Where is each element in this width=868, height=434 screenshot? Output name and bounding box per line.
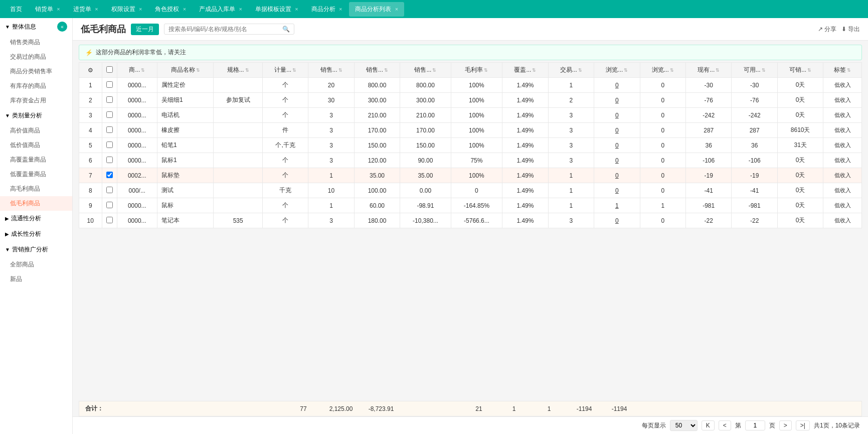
browse-link[interactable]: 0 <box>615 172 619 179</box>
sidebar-item-low-inventory[interactable]: 低覆盖量商品 <box>0 167 72 182</box>
row-browse1[interactable]: 0 <box>594 123 640 138</box>
sidebar-collapse-button[interactable]: « <box>57 22 67 32</box>
nav-item-templates[interactable]: 单据模板设置 × <box>249 2 304 17</box>
row-checkbox[interactable] <box>106 141 113 148</box>
browse-link[interactable]: 0 <box>615 187 619 194</box>
close-icon[interactable]: × <box>57 6 60 12</box>
name-header[interactable]: 商品名称⇅ <box>157 63 214 78</box>
row-checkbox[interactable] <box>106 111 113 118</box>
sidebar-item-goods-sales-rate[interactable]: 商品分类销售率 <box>0 64 72 79</box>
sidebar-item-new-goods[interactable]: 新品 <box>0 272 72 286</box>
row-browse1[interactable]: 0 <box>594 93 640 108</box>
select-all-checkbox[interactable] <box>106 66 113 73</box>
browse-link[interactable]: 0 <box>615 127 619 134</box>
row-checkbox[interactable] <box>106 187 113 193</box>
row-checkbox[interactable] <box>106 172 113 178</box>
browse-link[interactable]: 1 <box>615 202 619 209</box>
close-icon[interactable]: × <box>295 6 298 12</box>
sidebar-section-header-overall[interactable]: ▼ 整体信息 « <box>0 18 72 35</box>
browse2-header[interactable]: 浏览...⇅ <box>640 63 685 78</box>
sidebar-item-high-value[interactable]: 高价值商品 <box>0 123 72 138</box>
browse-link[interactable]: 0 <box>615 112 619 119</box>
saleable-header[interactable]: 可销...⇅ <box>777 63 823 78</box>
nav-item-sales[interactable]: 销货单 × <box>29 2 66 17</box>
search-input[interactable] <box>168 26 279 33</box>
row-checkbox-cell[interactable] <box>102 123 117 138</box>
nav-item-products[interactable]: 产成品入库单 × <box>193 2 248 17</box>
nav-item-roles[interactable]: 角色授权 × <box>149 2 192 17</box>
browse-link[interactable]: 0 <box>615 82 619 89</box>
row-checkbox[interactable] <box>106 96 113 103</box>
row-browse1[interactable]: 0 <box>594 153 640 168</box>
row-checkbox-cell[interactable] <box>102 153 117 168</box>
sidebar-item-sales-goods[interactable]: 销售类商品 <box>0 35 72 50</box>
sidebar-item-traded-goods[interactable]: 交易过的商品 <box>0 50 72 64</box>
unit-header[interactable]: 计量...⇅ <box>262 63 308 78</box>
spec-header[interactable]: 规格...⇅ <box>214 63 262 78</box>
close-icon[interactable]: × <box>95 6 98 12</box>
row-checkbox[interactable] <box>106 217 113 223</box>
sidebar-item-capital-occupied[interactable]: 库存资金占用 <box>0 93 72 108</box>
row-browse1[interactable]: 1 <box>594 198 640 213</box>
next-page-button[interactable]: > <box>779 420 792 430</box>
sidebar-section-header-flow[interactable]: ▶ 流通性分析 <box>0 211 72 226</box>
sidebar-item-in-stock[interactable]: 有库存的商品 <box>0 79 72 93</box>
nav-item-goods-analysis[interactable]: 商品分析 × <box>305 2 349 17</box>
code-header[interactable]: 商...⇅ <box>117 63 157 78</box>
sidebar-item-low-margin[interactable]: 低毛利商品 <box>0 196 72 211</box>
sidebar-section-header-quantity[interactable]: ▼ 类别量分析 <box>0 108 72 123</box>
row-browse1[interactable]: 0 <box>594 78 640 93</box>
row-checkbox-cell[interactable] <box>102 108 117 123</box>
page-number-input[interactable] <box>745 420 765 430</box>
nav-item-goods-list[interactable]: 商品分析列表 × <box>349 2 404 17</box>
sales-price-header[interactable]: 销售...⇅ <box>354 63 400 78</box>
sidebar-item-high-margin[interactable]: 高毛利商品 <box>0 182 72 196</box>
row-checkbox-cell[interactable] <box>102 213 117 228</box>
nav-item-permissions[interactable]: 权限设置 × <box>105 2 148 17</box>
row-checkbox-cell[interactable] <box>102 168 117 183</box>
nav-item-home[interactable]: 首页 <box>4 2 28 17</box>
date-filter-button[interactable]: 近一月 <box>131 24 159 35</box>
close-icon[interactable]: × <box>239 6 242 12</box>
settings-header[interactable]: ⚙ <box>79 63 102 78</box>
coverage-header[interactable]: 覆盖...⇅ <box>502 63 548 78</box>
row-checkbox[interactable] <box>106 81 113 88</box>
sidebar-item-high-inventory[interactable]: 高覆盖量商品 <box>0 153 72 167</box>
browse-link[interactable]: 0 <box>615 217 619 224</box>
row-checkbox[interactable] <box>106 157 113 163</box>
row-checkbox-cell[interactable] <box>102 138 117 153</box>
sidebar-section-header-marketing[interactable]: ▼ 营销推广分析 <box>0 242 72 257</box>
prev-page-button[interactable]: < <box>719 420 731 430</box>
nav-item-purchase[interactable]: 进货单 × <box>67 2 104 17</box>
close-icon[interactable]: × <box>395 6 398 12</box>
margin-rate-header[interactable]: 毛利率⇅ <box>451 63 502 78</box>
row-browse1[interactable]: 0 <box>594 138 640 153</box>
row-checkbox[interactable] <box>106 202 113 208</box>
browse1-header[interactable]: 浏览...⇅ <box>594 63 640 78</box>
row-checkbox-cell[interactable] <box>102 93 117 108</box>
row-browse1[interactable]: 0 <box>594 183 640 198</box>
sales-amount-header[interactable]: 销售...⇅ <box>400 63 451 78</box>
search-icon[interactable]: 🔍 <box>282 26 290 33</box>
close-icon[interactable]: × <box>139 6 142 12</box>
current-stock-header[interactable]: 现有...⇅ <box>686 63 732 78</box>
sidebar-item-low-value[interactable]: 低价值商品 <box>0 138 72 153</box>
row-checkbox-cell[interactable] <box>102 198 117 213</box>
row-browse1[interactable]: 0 <box>594 168 640 183</box>
first-page-button[interactable]: K <box>702 420 715 430</box>
tag-header[interactable]: 标签⇅ <box>823 63 862 78</box>
row-checkbox-cell[interactable] <box>102 78 117 93</box>
last-page-button[interactable]: >| <box>796 420 810 430</box>
sidebar-section-header-growth[interactable]: ▶ 成长性分析 <box>0 226 72 242</box>
close-icon[interactable]: × <box>339 6 342 12</box>
browse-link[interactable]: 0 <box>615 142 619 149</box>
page-size-select[interactable]: 50 100 200 <box>670 420 698 431</box>
browse-link[interactable]: 0 <box>615 157 619 164</box>
share-button[interactable]: ↗ 分享 <box>818 25 836 34</box>
sales-qty-header[interactable]: 销售...⇅ <box>308 63 354 78</box>
row-browse1[interactable]: 0 <box>594 108 640 123</box>
export-button[interactable]: ⬇ 导出 <box>841 25 860 34</box>
browse-link[interactable]: 0 <box>615 97 619 104</box>
checkbox-header[interactable] <box>102 63 117 78</box>
sidebar-item-all-goods[interactable]: 全部商品 <box>0 257 72 272</box>
